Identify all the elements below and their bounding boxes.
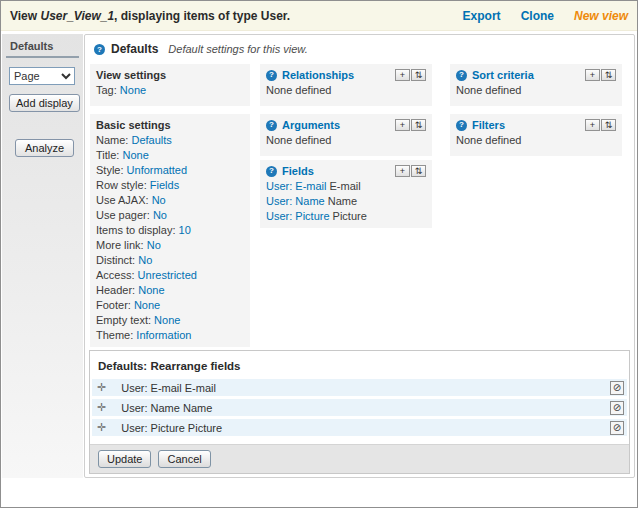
rearrange-sorts-button[interactable]: ⇅ — [601, 69, 616, 81]
sort-criteria-controls: + ⇅ — [584, 69, 616, 81]
basic-settings-panel: Basic settings Name: Defaults Title: Non… — [90, 114, 250, 347]
field-link[interactable]: User: Name — [266, 195, 325, 207]
tag-value-link[interactable]: None — [120, 84, 146, 96]
setting-value-link[interactable]: 10 — [179, 224, 191, 236]
rearrange-fields-form: Defaults: Rearrange fields ✛ User: E-mai… — [89, 350, 630, 474]
field-label: Name — [328, 195, 357, 207]
row-label: User: E-mail E-mail — [121, 382, 216, 394]
drag-handle-icon[interactable]: ✛ — [97, 382, 106, 393]
help-icon[interactable]: ? — [266, 166, 277, 177]
setting-value-link[interactable]: None — [123, 149, 149, 161]
display-type-select[interactable]: Page — [9, 67, 75, 85]
fields-controls: + ⇅ — [394, 165, 426, 177]
setting-value-link[interactable]: Unrestricted — [138, 269, 197, 281]
arguments-link[interactable]: Arguments — [282, 118, 340, 132]
setting-value-link[interactable]: None — [138, 284, 164, 296]
setting-use-pager: Use pager: No — [96, 208, 244, 223]
views-ui-page: View User_View_1, displaying items of ty… — [0, 0, 638, 508]
display-heading: Defaults — [111, 42, 158, 56]
setting-label: Style: — [96, 164, 124, 176]
cancel-button[interactable]: Cancel — [158, 450, 210, 468]
setting-row-style: Row style: Fields — [96, 178, 244, 193]
help-icon[interactable]: ? — [456, 120, 467, 131]
setting-header: Header: None — [96, 283, 244, 298]
rearrange-arguments-button[interactable]: ⇅ — [411, 119, 426, 131]
setting-value-link[interactable]: None — [134, 299, 160, 311]
add-field-button[interactable]: + — [395, 165, 410, 177]
setting-label: More link: — [96, 239, 144, 251]
remove-field-icon[interactable]: ⊘ — [610, 381, 624, 395]
add-sort-button[interactable]: + — [585, 69, 600, 81]
setting-label: Empty text: — [96, 314, 151, 326]
setting-label: Theme: — [96, 329, 133, 341]
setting-empty-text: Empty text: None — [96, 313, 244, 328]
setting-label: Distinct: — [96, 254, 135, 266]
relationships-link[interactable]: Relationships — [282, 68, 354, 82]
analyze-button[interactable]: Analyze — [15, 139, 74, 157]
title-suffix: , displaying items of type User. — [114, 9, 290, 23]
setting-value-link[interactable]: Unformatted — [127, 164, 188, 176]
field-label: E-mail — [330, 180, 361, 192]
display-description: Default settings for this view. — [168, 43, 307, 55]
new-view-link[interactable]: New view — [574, 9, 628, 23]
filters-panel: ? Filters + ⇅ None defined — [450, 114, 622, 156]
setting-value-link[interactable]: Defaults — [131, 134, 171, 146]
setting-value-link[interactable]: Fields — [150, 179, 179, 191]
setting-value-link[interactable]: No — [152, 194, 166, 206]
clone-link[interactable]: Clone — [521, 9, 554, 23]
setting-style: Style: Unformatted — [96, 163, 244, 178]
setting-label: Title: — [96, 149, 119, 161]
rearrange-fields-button[interactable]: ⇅ — [411, 165, 426, 177]
fields-panel: ? Fields + ⇅ User: E-mailE-mail User: Na… — [260, 160, 432, 228]
add-display-button[interactable]: Add display — [9, 94, 80, 112]
view-title-bar: View User_View_1, displaying items of ty… — [1, 1, 637, 31]
display-settings-box: ? Defaults Default settings for this vie… — [84, 34, 635, 478]
help-icon[interactable]: ? — [266, 120, 277, 131]
drag-handle-icon[interactable]: ✛ — [97, 402, 106, 413]
setting-value-link[interactable]: Information — [136, 329, 191, 341]
display-sidebar: Defaults Page Add display Analyze — [2, 34, 83, 478]
help-icon[interactable]: ? — [266, 70, 277, 81]
rearrange-title: Defaults: Rearrange fields — [90, 351, 629, 379]
add-argument-button[interactable]: + — [395, 119, 410, 131]
tag-label: Tag: — [96, 84, 117, 96]
tag-setting: Tag: None — [96, 83, 244, 98]
setting-value-link[interactable]: No — [147, 239, 161, 251]
add-relationship-button[interactable]: + — [395, 69, 410, 81]
sort-criteria-link[interactable]: Sort criteria — [472, 68, 534, 82]
remove-field-icon[interactable]: ⊘ — [610, 421, 624, 435]
tab-defaults[interactable]: Defaults — [6, 37, 79, 58]
drag-handle-icon[interactable]: ✛ — [97, 422, 106, 433]
setting-value-link[interactable]: No — [153, 209, 167, 221]
form-actions: Update Cancel — [90, 444, 629, 473]
basic-settings-title: Basic settings — [96, 118, 244, 133]
setting-footer: Footer: None — [96, 298, 244, 313]
rearrange-rows: ✛ User: E-mail E-mail ⊘ ✛ User: Name Nam… — [90, 379, 629, 436]
field-link[interactable]: User: Picture — [266, 210, 330, 222]
export-link[interactable]: Export — [463, 9, 501, 23]
rearrange-filters-button[interactable]: ⇅ — [601, 119, 616, 131]
help-icon[interactable]: ? — [456, 70, 467, 81]
rearrange-relationships-button[interactable]: ⇅ — [411, 69, 426, 81]
setting-items-to-display: Items to display: 10 — [96, 223, 244, 238]
arguments-head: ? Arguments + ⇅ — [266, 118, 426, 132]
setting-use-ajax: Use AJAX: No — [96, 193, 244, 208]
setting-value-link[interactable]: No — [138, 254, 152, 266]
relationships-head: ? Relationships + ⇅ — [266, 68, 426, 82]
field-label: Picture — [333, 210, 367, 222]
update-button[interactable]: Update — [98, 450, 151, 468]
field-item: User: PicturePicture — [266, 209, 426, 224]
field-item: User: E-mailE-mail — [266, 179, 426, 194]
filters-link[interactable]: Filters — [472, 118, 505, 132]
setting-value-link[interactable]: None — [154, 314, 180, 326]
remove-field-icon[interactable]: ⊘ — [610, 401, 624, 415]
help-icon[interactable]: ? — [94, 44, 105, 55]
display-header: ? Defaults Default settings for this vie… — [94, 42, 308, 56]
view-actions: Export Clone New view — [463, 9, 628, 23]
setting-label: Name: — [96, 134, 128, 146]
field-link[interactable]: User: E-mail — [266, 180, 327, 192]
fields-link[interactable]: Fields — [282, 164, 314, 178]
add-filter-button[interactable]: + — [585, 119, 600, 131]
filters-head: ? Filters + ⇅ — [456, 118, 616, 132]
view-name: User_View_1 — [40, 9, 114, 23]
